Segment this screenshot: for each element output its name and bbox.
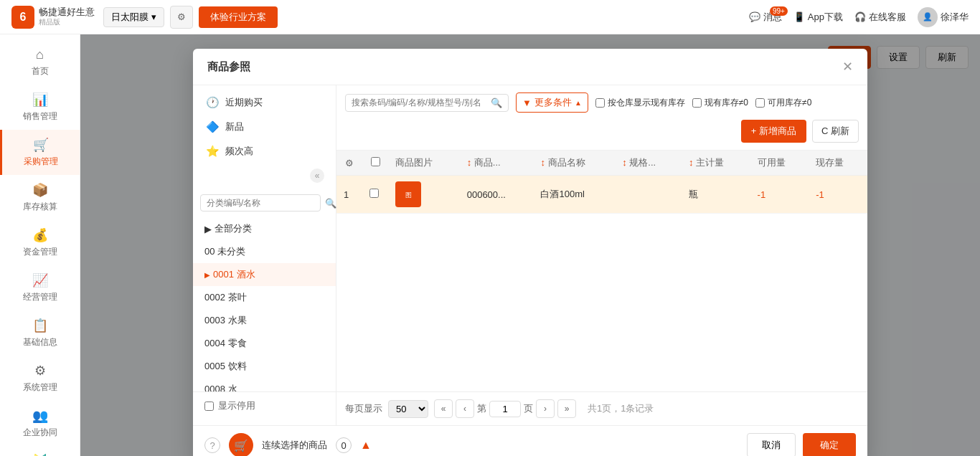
sidebar-item-system[interactable]: ⚙ 系统管理 [0, 356, 80, 401]
category-0008-label: 0008 水 [204, 383, 237, 391]
col-code[interactable]: ↕ 商品... [460, 151, 534, 176]
sidebar-item-basics[interactable]: 📋 基础信息 [0, 310, 80, 356]
checkbox-current-stock[interactable]: 现有库存≠0 [692, 97, 748, 109]
product-search-input[interactable] [352, 98, 488, 108]
category-0005[interactable]: 0005 饮料 [193, 355, 336, 378]
purchase-icon: 🛒 [33, 137, 49, 153]
refresh-button[interactable]: C 刷新 [812, 120, 859, 143]
cancel-button[interactable]: 取消 [747, 433, 796, 456]
col-spec[interactable]: ↕ 规格... [615, 151, 682, 176]
row-checkbox[interactable] [369, 189, 379, 198]
category-0004-label: 0004 零食 [204, 337, 247, 350]
modal-header: 商品参照 ✕ [193, 49, 867, 85]
category-0002[interactable]: 0002 茶叶 [193, 286, 336, 309]
category-all-label: 全部分类 [215, 222, 252, 235]
help-icon[interactable]: ? [204, 437, 220, 453]
right-panel: 🔍 ▼ 更多条件 ▲ 按仓库显示现有库存 [336, 85, 867, 425]
col-gear[interactable]: ⚙ [336, 151, 362, 176]
product-thumbnail: 图 [395, 181, 421, 207]
checkbox-available-stock[interactable]: 可用库存≠0 [755, 97, 811, 109]
tab-new-products[interactable]: 🔷 新品 [199, 115, 330, 138]
logo-text: 畅捷通好生意 [39, 6, 95, 18]
row-image-cell: 图 [388, 176, 460, 214]
category-search-input[interactable] [200, 194, 321, 212]
sidebar-item-finance[interactable]: 💰 资金管理 [0, 220, 80, 265]
sidebar-item-collab[interactable]: 👥 企业协同 [0, 401, 80, 446]
table-row[interactable]: 1 图 [336, 176, 867, 214]
pagination: 每页显示 50 10 20 100 « ‹ 第 [336, 391, 867, 425]
checkbox-warehouse-stock[interactable]: 按仓库显示现有库存 [595, 97, 685, 109]
category-00[interactable]: 00 未分类 [193, 240, 336, 263]
sidebar-item-sales[interactable]: 📊 销售管理 [0, 85, 80, 130]
col-image: 商品图片 [388, 151, 460, 176]
current-stock-checkbox[interactable] [692, 98, 702, 108]
topbar-mid: 日太阳膜 ▾ ⚙ 体验行业方案 [103, 6, 740, 29]
confirm-button[interactable]: 确定 [803, 433, 856, 456]
page-next-button[interactable]: › [536, 399, 555, 418]
page-prev-button[interactable]: ‹ [456, 399, 474, 418]
category-all[interactable]: ▶ 全部分类 [193, 217, 336, 240]
col-unit[interactable]: ↕ 主计量 [682, 151, 750, 176]
warehouse-stock-checkbox[interactable] [595, 98, 605, 108]
row-checkbox-cell [362, 176, 388, 214]
app-download-button[interactable]: 📱 App下载 [793, 11, 843, 24]
tab-frequent[interactable]: ⭐ 频次高 [199, 140, 330, 163]
collapse-footer-icon[interactable]: ▲ [360, 439, 372, 452]
messages-badge: 99+ [770, 6, 788, 16]
row-spec [615, 176, 682, 214]
left-panel: 🕐 近期购买 🔷 新品 ⭐ 频次高 [193, 85, 336, 425]
category-0008[interactable]: 0008 水 [193, 378, 336, 391]
selected-count-badge: 0 [336, 437, 352, 453]
page-total-info: 共1页，1条记录 [588, 402, 654, 415]
footer-buttons: 取消 确定 [747, 433, 856, 456]
trial-button[interactable]: 体验行业方案 [199, 6, 278, 28]
sidebar-item-inventory[interactable]: 📦 库存核算 [0, 175, 80, 220]
available-stock-label: 可用库存≠0 [768, 97, 811, 109]
available-stock-checkbox[interactable] [755, 98, 765, 108]
left-panel-tabs: 🕐 近期购买 🔷 新品 ⭐ 频次高 [193, 91, 336, 163]
select-all-checkbox[interactable] [371, 157, 380, 166]
sidebar-item-operations[interactable]: 📈 经营管理 [0, 265, 80, 310]
cart-button[interactable]: 🛒 [229, 433, 253, 456]
logo-icon: 6 [11, 6, 34, 29]
page-last-button[interactable]: » [557, 399, 576, 418]
messages-button[interactable]: 💬 消息 99+ [749, 11, 782, 24]
col-available: 可用量 [750, 151, 809, 176]
page-nav: « ‹ 第 页 › » [434, 399, 576, 418]
product-search-icon[interactable]: 🔍 [491, 98, 502, 108]
per-page-select[interactable]: 50 10 20 100 [388, 400, 428, 418]
category-0004[interactable]: 0004 零食 [193, 332, 336, 355]
category-search-icon[interactable]: 🔍 [325, 198, 336, 209]
sort-icon-unit: ↕ [689, 157, 694, 168]
page-label2: 页 [524, 402, 533, 415]
sidebar-basics-label: 基础信息 [23, 336, 57, 348]
sidebar-item-purchase[interactable]: 🛒 采购管理 [0, 130, 80, 175]
online-service-button[interactable]: 🎧 在线客服 [854, 11, 906, 24]
user-menu[interactable]: 👤 徐泽华 [918, 7, 969, 27]
tab-recent-purchase[interactable]: 🕐 近期购买 [199, 91, 330, 114]
sidebar-item-guide[interactable]: 🔰 新手引导 [0, 446, 80, 456]
page-number-input[interactable] [489, 401, 521, 417]
col-name[interactable]: ↕ 商品名称 [533, 151, 615, 176]
modal-close-button[interactable]: ✕ [842, 59, 853, 75]
category-0001[interactable]: ▶ 0001 酒水 [193, 263, 336, 286]
modal-title: 商品参照 [207, 60, 250, 74]
star-icon: ⭐ [206, 145, 220, 158]
show-disabled-checkbox[interactable] [204, 402, 214, 411]
row-unit: 瓶 [682, 176, 750, 214]
page-first-button[interactable]: « [434, 399, 453, 418]
store-selector[interactable]: 日太阳膜 ▾ [103, 7, 164, 27]
add-product-button[interactable]: + 新增商品 [741, 120, 806, 143]
more-filters-button[interactable]: ▼ 更多条件 ▲ [516, 92, 588, 113]
row-code: 000600... [460, 176, 534, 214]
sidebar-item-home[interactable]: ⌂ 首页 [0, 40, 80, 85]
sidebar: ⌂ 首页 📊 销售管理 🛒 采购管理 📦 库存核算 💰 资金管理 📈 经营管理 … [0, 34, 80, 456]
tab-new-label: 新品 [225, 120, 244, 133]
arrow-active-icon: ▶ [204, 271, 210, 279]
sort-icon-name: ↕ [540, 157, 545, 168]
inventory-icon: 📦 [32, 182, 48, 198]
category-0003[interactable]: 0003 水果 [193, 309, 336, 332]
svg-text:图: 图 [405, 191, 412, 199]
collapse-panel-button[interactable]: « [310, 168, 324, 183]
settings-icon[interactable]: ⚙ [170, 6, 193, 29]
